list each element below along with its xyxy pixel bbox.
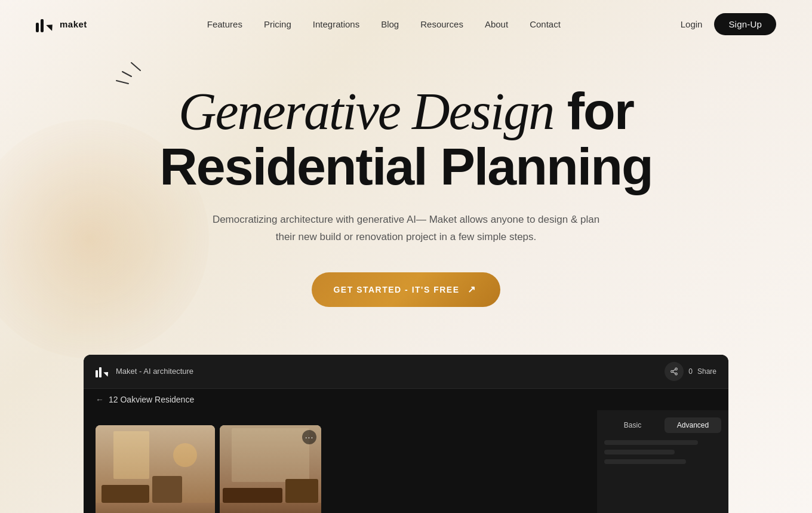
cta-label: GET STARTED - IT'S FREE — [333, 285, 459, 294]
signup-button[interactable]: Sign-Up — [714, 13, 776, 35]
logo[interactable]: maket — [36, 16, 87, 32]
demo-topbar: Maket - AI architecture 0 Share — [84, 355, 728, 389]
demo-image-card-1 — [96, 425, 215, 513]
svg-point-5 — [675, 373, 678, 375]
hero-title-line2: Residential Planning — [159, 137, 652, 196]
svg-line-2 — [116, 81, 128, 84]
share-badge: 0 — [688, 367, 693, 376]
svg-rect-11 — [102, 485, 149, 503]
panel-line-3 — [604, 459, 686, 464]
cta-button[interactable]: GET STARTED - IT'S FREE ↗ — [312, 272, 500, 307]
nav-integrations[interactable]: Integrations — [313, 19, 359, 29]
share-label: Share — [697, 367, 716, 376]
tab-advanced[interactable]: Advanced — [665, 417, 721, 433]
logo-text: maket — [60, 19, 87, 29]
login-button[interactable]: Login — [681, 19, 703, 29]
nav-resources[interactable]: Resources — [420, 19, 463, 29]
demo-app-name: Maket - AI architecture — [116, 367, 193, 376]
breadcrumb-title: 12 Oakview Residence — [109, 395, 194, 404]
hero-section: Generative Design for Residential Planni… — [0, 48, 812, 331]
svg-rect-10 — [113, 431, 149, 479]
panel-content — [604, 440, 721, 464]
logo-arrow — [46, 21, 56, 31]
svg-rect-12 — [152, 476, 182, 503]
main-nav: Features Pricing Integrations Blog Resou… — [207, 19, 561, 29]
svg-line-7 — [673, 369, 675, 370]
share-count: 0 — [688, 367, 693, 376]
svg-line-1 — [122, 72, 131, 76]
demo-logo-bar-1 — [96, 370, 98, 377]
demo-window: Maket - AI architecture 0 Share — [84, 355, 728, 513]
nav-contact[interactable]: Contact — [530, 19, 561, 29]
cta-arrow-icon: ↗ — [466, 283, 479, 296]
svg-line-6 — [673, 371, 675, 373]
share-icon[interactable] — [665, 362, 684, 381]
logo-icon — [36, 16, 55, 32]
hero-title-italic: Generative Design — [179, 82, 553, 140]
logo-bar-2 — [41, 19, 44, 32]
header-actions: Login Sign-Up — [681, 13, 776, 35]
logo-bar-1 — [36, 23, 39, 32]
demo-panel-tabs: Basic Advanced — [604, 417, 721, 433]
demo-logo-bar-2 — [99, 367, 102, 377]
demo-logo-arrow — [103, 370, 110, 376]
panel-line-1 — [604, 440, 698, 445]
demo-gallery: ··· + Add to my designs — [84, 410, 597, 513]
hero-title-suffix: for — [553, 81, 633, 140]
svg-point-13 — [173, 443, 197, 467]
image-dots-menu[interactable]: ··· — [302, 430, 316, 444]
nav-features[interactable]: Features — [207, 19, 242, 29]
header: maket Features Pricing Integrations Blog… — [0, 0, 812, 48]
demo-share-area: 0 Share — [665, 362, 716, 381]
svg-line-0 — [131, 63, 140, 70]
nav-about[interactable]: About — [485, 19, 508, 29]
demo-content: ··· + Add to my designs Basic Advanced — [84, 410, 728, 513]
nav-blog[interactable]: Blog — [381, 19, 399, 29]
demo-breadcrumb: ← 12 Oakview Residence — [84, 389, 728, 410]
nav-pricing[interactable]: Pricing — [264, 19, 291, 29]
demo-image-card-2: ··· + Add to my designs — [220, 425, 321, 513]
interior-image-1 — [96, 425, 215, 513]
svg-rect-17 — [223, 488, 282, 503]
svg-point-3 — [675, 368, 678, 370]
svg-rect-18 — [285, 479, 318, 503]
svg-rect-9 — [96, 503, 215, 513]
panel-line-2 — [604, 450, 675, 454]
demo-logo-icon — [96, 365, 110, 377]
tab-basic[interactable]: Basic — [604, 417, 661, 433]
svg-rect-15 — [220, 503, 321, 513]
hero-subtitle: Democratizing architecture with generati… — [203, 211, 609, 246]
svg-rect-16 — [232, 428, 309, 482]
decorative-lines — [107, 60, 143, 90]
back-arrow-icon[interactable]: ← — [96, 395, 104, 404]
demo-logo-area: Maket - AI architecture — [96, 365, 193, 377]
hero-title: Generative Design for Residential Planni… — [36, 84, 776, 195]
demo-panel: Basic Advanced — [597, 410, 728, 513]
svg-point-4 — [671, 370, 673, 373]
